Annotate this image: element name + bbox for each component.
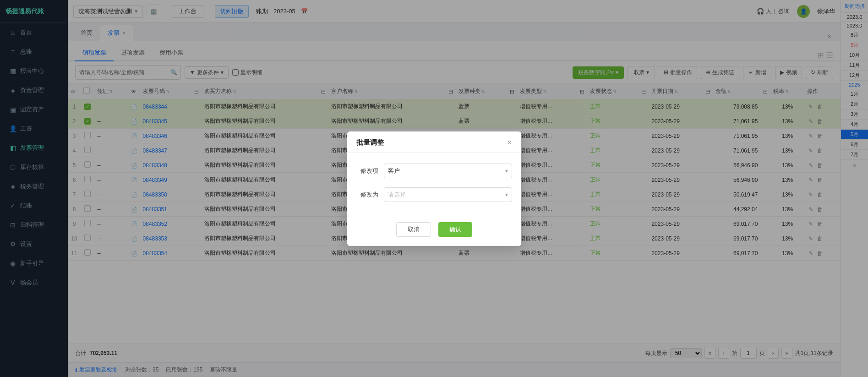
modify-to-select[interactable]: 请选择 ▾ <box>384 187 512 202</box>
cancel-button[interactable]: 取消 <box>396 222 431 237</box>
modal-footer: 取消 确认 <box>347 219 521 246</box>
modal-close-button[interactable]: × <box>507 138 512 148</box>
modal-row-modify-to: 修改为 请选择 ▾ <box>356 187 512 202</box>
modal-title: 批量调整 <box>356 138 384 147</box>
modify-item-select[interactable]: 客户 ▾ <box>384 164 512 178</box>
modify-item-value: 客户 <box>388 167 400 175</box>
modal-overlay: 批量调整 × 修改项 客户 ▾ 修改为 请选择 ▾ 取消 确认 <box>0 0 868 377</box>
batch-adjust-modal: 批量调整 × 修改项 客户 ▾ 修改为 请选择 ▾ 取消 确认 <box>347 131 521 246</box>
confirm-button[interactable]: 确认 <box>438 222 472 237</box>
modal-body: 修改项 客户 ▾ 修改为 请选择 ▾ <box>347 153 521 219</box>
modal-header: 批量调整 × <box>347 131 521 153</box>
modal-row-modify-item: 修改项 客户 ▾ <box>356 164 512 178</box>
modify-to-arrow-icon: ▾ <box>505 191 508 198</box>
modify-item-arrow-icon: ▾ <box>505 168 508 174</box>
modify-to-placeholder: 请选择 <box>388 191 406 199</box>
modify-item-label: 修改项 <box>356 167 378 175</box>
modify-to-label: 修改为 <box>356 191 378 199</box>
